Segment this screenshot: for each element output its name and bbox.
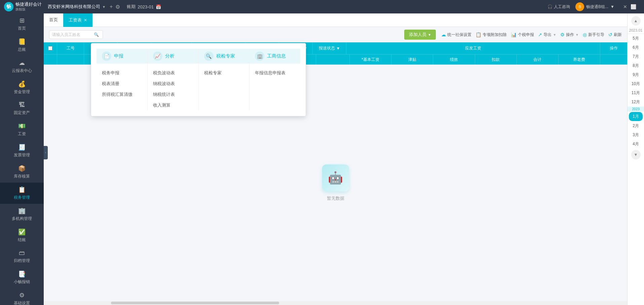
th-basic-salary: *基本工资: [350, 54, 391, 65]
calendar-icon[interactable]: 📅: [156, 4, 161, 9]
search-icon: 🔍: [94, 32, 99, 37]
sidebar-label-11: 归档管理: [14, 258, 30, 264]
support-button[interactable]: 🎧 人工咨询: [547, 4, 570, 10]
sidebar-item-总账[interactable]: 📒总账: [0, 35, 44, 56]
sidebar-item-固定资产[interactable]: 🏗固定资产: [0, 98, 44, 119]
toolbar-actions: ☁统一社保设置📋专项附加扣除📊个税申报↗导出▼⚙操作▼◎新手引导↺刷新: [441, 32, 622, 38]
sidebar-item-小畅报销[interactable]: 📑小畅报销: [0, 267, 44, 288]
report-filter-icon[interactable]: ▼: [336, 46, 340, 51]
tab-home-label: 首页: [49, 17, 58, 23]
tab-salary[interactable]: 工资表 ✕: [63, 13, 92, 27]
window-restore-btn[interactable]: ⬜: [631, 4, 636, 9]
dropdown-col-icon-1: 📈: [153, 51, 162, 61]
tax-dropdown-menu: 📄申报税务申报税表清册所得税汇算清缴📈分析税负波动表纳税波动表纳税统计表收入测算…: [91, 43, 306, 116]
dropdown-item-3-0[interactable]: 年报信息申报表: [255, 68, 295, 78]
sidebar-collapse-btn[interactable]: ‹: [44, 146, 48, 159]
dropdown-item-1-1[interactable]: 纳税波动表: [153, 78, 193, 89]
sidebar-label-12: 小畅报销: [14, 279, 30, 285]
user-menu[interactable]: B 畅捷通B组... ▼: [575, 2, 614, 11]
timeline-year-label: 2023.01: [628, 27, 644, 34]
add-button[interactable]: +: [110, 4, 113, 10]
dropdown-item-0-0[interactable]: 税务申报: [102, 68, 142, 78]
timeline-month-8月[interactable]: 8月: [628, 61, 644, 70]
timeline-month-2月[interactable]: 2月: [628, 121, 644, 130]
tab-close-btn[interactable]: ✕: [84, 18, 87, 23]
company-dropdown-arrow: ▼: [102, 5, 106, 9]
dropdown-col-0: 📄申报税务申报税表清册所得税汇算清缴: [97, 49, 148, 111]
toolbar-action-2[interactable]: 📊个税申报: [511, 32, 534, 38]
period-label: 账期: [127, 4, 136, 10]
dropdown-item-1-2[interactable]: 纳税统计表: [153, 89, 193, 100]
dropdown-item-1-0[interactable]: 税负波动表: [153, 68, 193, 78]
sidebar-item-基础设置[interactable]: ⚙基础设置: [0, 288, 44, 305]
sidebar-item-库存核算[interactable]: 📦库存核算: [0, 161, 44, 183]
timeline-up-btn[interactable]: ▲: [631, 16, 641, 26]
sidebar-item-资金管理[interactable]: 💰资金管理: [0, 77, 44, 98]
toolbar-action-5[interactable]: ◎新手引导: [583, 32, 604, 38]
dropdown-item-0-1[interactable]: 税表清册: [102, 78, 142, 89]
th-deduction: 扣款: [475, 54, 517, 65]
timeline-month-5月[interactable]: 5月: [628, 34, 644, 43]
dropdown-item-0-2[interactable]: 所得税汇算清缴: [102, 89, 142, 100]
timeline-down-btn[interactable]: ▼: [631, 150, 641, 159]
main-layout: ⊞首页📒总账☁云报表中心💰资金管理🏗固定资产💵工资🧾发票管理📦库存核算📋税务管理…: [0, 13, 644, 305]
sidebar-label-4: 固定资产: [14, 110, 30, 116]
toolbar-action-1[interactable]: 📋专项附加扣除: [476, 32, 507, 38]
toolbar-action-0[interactable]: ☁统一社保设置: [441, 32, 471, 38]
timeline-month-9月[interactable]: 9月: [628, 70, 644, 79]
scrollbar-thumb[interactable]: [111, 302, 279, 304]
sidebar-item-结账[interactable]: ✅结账: [0, 225, 44, 246]
sidebar-label-0: 首页: [18, 26, 26, 31]
dropdown-col-header-0: 📄申报: [97, 49, 147, 64]
sidebar-item-归档管理[interactable]: 🗃归档管理: [0, 246, 44, 267]
sidebar-item-首页[interactable]: ⊞首页: [0, 13, 44, 35]
table-scrollbar[interactable]: [44, 301, 627, 305]
sidebar-label-2: 云报表中心: [12, 68, 32, 74]
timeline-month-1月[interactable]: 1月: [629, 112, 643, 121]
timeline-month-3月[interactable]: 3月: [628, 130, 644, 140]
timeline-month-4月[interactable]: 4月: [628, 140, 644, 149]
empty-text: 暂无数据: [327, 195, 344, 201]
search-box[interactable]: 🔍: [49, 30, 103, 39]
tab-home[interactable]: 首页: [44, 13, 63, 27]
settings-button[interactable]: ⚙: [115, 4, 120, 10]
action-label-4: 操作: [566, 32, 574, 38]
dropdown-col-icon-0: 📄: [102, 51, 111, 61]
sidebar-icon-1: 📒: [18, 38, 26, 45]
tabs-bar: 首页 工资表 ✕: [44, 13, 627, 27]
timeline-month-10月[interactable]: 10月: [628, 79, 644, 88]
company-selector[interactable]: 西安虾米网络科技有限公司 ▼: [48, 4, 106, 10]
sidebar-item-发票管理[interactable]: 🧾发票管理: [0, 140, 44, 161]
toolbar-action-6[interactable]: ↺刷新: [608, 32, 622, 38]
toolbar-action-4[interactable]: ⚙操作▼: [560, 32, 579, 38]
dropdown-col-2: 🔍税检专家税检专家: [199, 49, 250, 111]
select-all-checkbox[interactable]: [48, 46, 52, 50]
th-salary-group-label: 应发工资: [346, 42, 600, 54]
action-icon-4: ⚙: [560, 32, 565, 37]
sidebar-item-工资[interactable]: 💵工资: [0, 119, 44, 140]
th-op: 操作: [600, 42, 627, 54]
user-dropdown-arrow: ▼: [610, 4, 614, 9]
timeline-month-6月[interactable]: 6月: [628, 43, 644, 52]
action-label-3: 导出: [543, 32, 552, 38]
th-id: 工号: [57, 42, 84, 54]
th-checkbox[interactable]: [44, 42, 57, 54]
add-person-button[interactable]: 添加人员 ▼: [404, 30, 436, 40]
sidebar-label-5: 工资: [18, 131, 26, 137]
timeline-month-11月[interactable]: 11月: [628, 88, 644, 98]
th-pension: 养老费: [559, 54, 600, 65]
window-close-btn[interactable]: ✕: [622, 4, 628, 9]
dropdown-col-1: 📈分析税负波动表纳税波动表纳税统计表收入测算: [148, 49, 199, 111]
timeline-month-12月[interactable]: 12月: [628, 98, 644, 107]
sidebar-item-多机构管理[interactable]: 🏢多机构管理: [0, 204, 44, 225]
sidebar-item-云报表中心[interactable]: ☁云报表中心: [0, 56, 44, 77]
sidebar-item-税务管理[interactable]: 📋税务管理: [0, 183, 44, 204]
toolbar-action-3[interactable]: ↗导出▼: [538, 32, 556, 38]
dropdown-item-1-3[interactable]: 收入测算: [153, 100, 193, 111]
search-input[interactable]: [52, 32, 92, 37]
content-area: 首页 工资表 ✕ 🔍 添加人员 ▼ ☁统一社保设置📋专项附加扣除📊个税申报↗导出…: [44, 13, 627, 305]
timeline-month-7月[interactable]: 7月: [628, 52, 644, 61]
timeline-current-year: 2023: [628, 107, 644, 112]
dropdown-item-2-0[interactable]: 税检专家: [204, 68, 244, 78]
sidebar-icon-5: 💵: [18, 122, 26, 130]
